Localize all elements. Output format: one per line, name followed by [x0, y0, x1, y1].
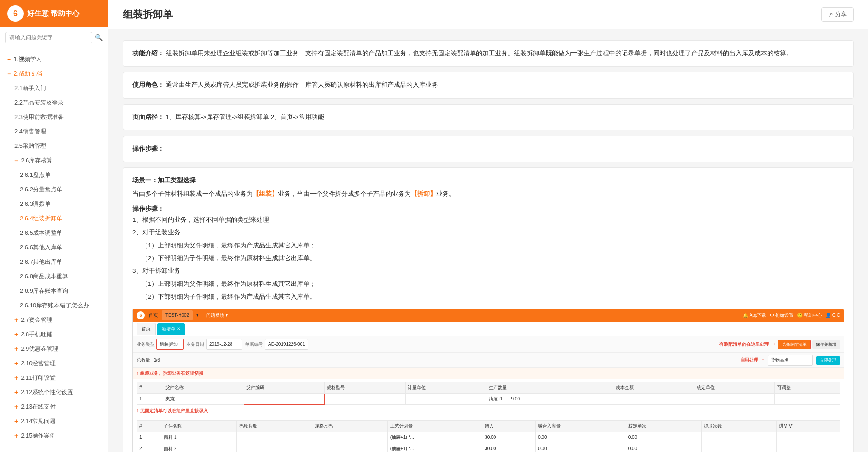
mock-logo-icon: 6: [137, 311, 145, 319]
mock-nav-home: 首页: [148, 311, 158, 320]
sidebar-item-data-prep[interactable]: 2.3使用前数据准备: [0, 110, 108, 124]
step1: 1、根据不同的业务，选择不同单据的类型来处理: [132, 214, 844, 225]
sidebar-item-cost-recalc[interactable]: 2.6.8商品成本重算: [0, 269, 108, 284]
mock-toolbar: 业务类型 组装拆卸 业务日期 2019-12-28 单据编号 AD-201912…: [133, 336, 844, 353]
nav-label: 2.6.3调拨单: [20, 200, 51, 208]
role-label: 使用角色：: [132, 81, 164, 88]
scene1-desc: 当由多个子件材料组装成一个成品的业务为【组装】业务，当由一个父件拆分成多个子产品…: [132, 189, 844, 200]
annotation1-arrow: →: [771, 339, 776, 349]
mock-date-input[interactable]: 2019-12-28: [206, 339, 242, 350]
mock-parent-table-section: # 父件名称 父件编码 规格型号 计量单位 生产数量 成本金额 核定单位 可调整: [133, 379, 844, 418]
sidebar-item-sales[interactable]: 2.4销售管理: [0, 124, 108, 139]
collapse-icon: −: [14, 157, 18, 164]
sidebar-item-partial-stocktake[interactable]: 2.6.2分量盘点单: [0, 182, 108, 197]
nav-label: 2.6.9库存账本查询: [20, 287, 68, 295]
search-button[interactable]: 🔍: [95, 34, 103, 41]
sidebar-item-print[interactable]: + 2.11打印设置: [0, 371, 108, 385]
content-area: 功能介绍： 组装拆卸单用来处理企业组装或拆卸等加工业务，支持有固定装配清单的产品…: [108, 29, 868, 452]
collapse-icon: −: [7, 70, 11, 77]
mock-topbar-right: 🔔 App下载 ⚙ 初始设置 🙂 帮助中心 👤 C.C: [743, 311, 840, 319]
mock-type-label: 业务类型: [137, 340, 155, 348]
sidebar-item-coupon[interactable]: + 2.9优惠券管理: [0, 342, 108, 356]
nav-label: 2.帮助文档: [14, 70, 42, 78]
mock-child-table-section: # 子件名称 码数片数 规格尺码 工艺计划量 调入 域合入库量 核定单次 抓取次…: [133, 418, 844, 452]
sidebar: 6 好生意 帮助中心 🔍 + 1.视频学习 − 2.帮助文档 2.1新手入门 2…: [0, 0, 108, 452]
sidebar-item-mobile[interactable]: + 2.8手机旺铺: [0, 327, 108, 342]
expand-icon: +: [14, 432, 18, 439]
mock-topbar: 6 首页 TEST-H002 ▾ 问题反馈 ▾ 🔔 App下载 ⚙ 初始设置 🙂…: [133, 309, 844, 322]
sidebar-item-finance[interactable]: + 2.7资金管理: [0, 313, 108, 327]
sidebar-item-assembly[interactable]: 2.6.4组装拆卸单: [0, 211, 108, 226]
share-label: 分享: [835, 10, 847, 19]
share-button[interactable]: ↗ 分享: [821, 7, 854, 22]
func-intro-card: 功能介绍： 组装拆卸单用来处理企业组装或拆卸等加工业务，支持有固定装配清单的产品…: [123, 40, 854, 67]
th-unit: 计量单位: [406, 382, 486, 394]
sidebar-header: 6 好生意 帮助中心: [0, 0, 108, 27]
sidebar-item-help-docs[interactable]: − 2.帮助文档: [0, 67, 108, 81]
sidebar-item-stock-ledger[interactable]: 2.6.9库存账本查询: [0, 284, 108, 298]
search-input[interactable]: [5, 32, 92, 43]
mock-parent-table: # 父件名称 父件编码 规格型号 计量单位 生产数量 成本金额 核定单位 可调整: [137, 382, 840, 405]
op-steps-label: 操作步骤：: [132, 204, 844, 214]
steps-card: 操作步骤：: [123, 136, 854, 162]
sidebar-item-video[interactable]: + 1.视频学习: [0, 52, 108, 67]
mock-create-btn: 问题反馈 ▾: [203, 310, 231, 320]
th-cost: 成本金额: [613, 382, 694, 394]
sidebar-item-stocktake[interactable]: 2.6.1盘点单: [0, 168, 108, 182]
sidebar-item-other-in[interactable]: 2.6.6其他入库单: [0, 240, 108, 255]
expand-icon: +: [7, 56, 11, 63]
nav-label: 2.7资金管理: [21, 316, 52, 324]
nav-label: 2.11打印设置: [21, 374, 56, 382]
th-parent-name: 父件名称: [163, 382, 244, 394]
mock-number-input[interactable]: AD-20191226-001: [265, 339, 308, 350]
mock-tabs-bar: 首页 新增单 ✕: [133, 322, 844, 336]
sidebar-item-faq[interactable]: + 2.14常见问题: [0, 414, 108, 428]
scene1-text: 当由多个子件材料组装成一个成品的业务为: [132, 190, 253, 197]
annotation4-arrow: ↑: [137, 408, 140, 413]
step2-1: （1）上部明细为父件明细，最终作为产成品生成其它入库单；: [132, 240, 844, 251]
mock-type-input[interactable]: 组装拆卸: [156, 339, 184, 350]
mock-save-btn[interactable]: 保存并新增: [812, 340, 840, 349]
mock-count-val: 1/6: [154, 356, 160, 364]
mock-tab-home[interactable]: 首页: [137, 323, 156, 335]
nav-label: 2.6.8商品成本重算: [20, 272, 68, 281]
mock-field-type: 业务类型 组装拆卸: [137, 339, 184, 350]
sidebar-item-inventory[interactable]: − 2.6库存核算: [0, 153, 108, 168]
mock-confirm-btn[interactable]: 立即处理: [816, 356, 840, 365]
mock-tab-new[interactable]: 新增单 ✕: [157, 323, 185, 335]
mock-child-table-header: # 子件名称 码数片数 规格尺码 工艺计划量 调入 域合入库量 核定单次 抓取次…: [137, 421, 840, 432]
nav-label: 2.6.1盘点单: [20, 171, 51, 179]
path-card: 页面路径： 1、库存核算->库存管理->组装拆卸单 2、首页->常用功能: [123, 104, 854, 130]
annotation1-text: 有装配清单的在这里处理: [719, 340, 769, 348]
sidebar-item-transfer[interactable]: 2.6.3调拨单: [0, 197, 108, 211]
sidebar-item-mgmt[interactable]: + 2.10经营管理: [0, 356, 108, 371]
expand-icon: +: [14, 360, 18, 367]
nav-label: 2.8手机旺铺: [21, 330, 52, 338]
mock-select-btn[interactable]: 选择装配清单: [778, 340, 811, 349]
sidebar-item-cost-adj[interactable]: 2.6.5成本调整单: [0, 226, 108, 240]
sidebar-item-install[interactable]: 2.2产品安装及登录: [0, 95, 108, 110]
sidebar-item-personalize[interactable]: + 2.12系统个性化设置: [0, 385, 108, 400]
main-content: 组装拆卸单 ↗ 分享 功能介绍： 组装拆卸单用来处理企业组装或拆卸等加工业务，支…: [108, 0, 868, 452]
mock-date-label: 业务日期: [186, 340, 204, 348]
mock-sub-toolbar: 总数量 1/6 启用处理 ↑ 货物品名 立即处理: [133, 353, 844, 368]
role-text: 使用角色： 通常由生产人员或库管人员完成拆装业务的操作，库管人员确认原材料的出库…: [132, 80, 844, 90]
sidebar-item-purchase[interactable]: 2.5采购管理: [0, 139, 108, 153]
sidebar-item-online-pay[interactable]: + 2.13在线支付: [0, 400, 108, 414]
mock-child-row-1: 1 面料 1 (抽屉+1) *... 30.00 0.00 0.00: [137, 432, 840, 443]
expand-icon: +: [14, 345, 18, 352]
sidebar-item-newbie[interactable]: 2.1新手入门: [0, 81, 108, 95]
nav-label: 2.2产品安装及登录: [14, 99, 64, 107]
brand-title: 好生意 帮助中心: [27, 9, 80, 19]
sidebar-item-ledger-fix[interactable]: 2.6.10库存账本错了怎么办: [0, 298, 108, 313]
annotation3-text: 组装业务、拆卸业务在这里切换: [140, 371, 203, 376]
logo-icon: 6: [7, 5, 24, 22]
steps-label: 操作步骤：: [132, 143, 844, 154]
sidebar-item-cases[interactable]: + 2.15操作案例: [0, 428, 108, 443]
annotation3-row: ↑ 组装业务、拆卸业务在这里切换: [133, 368, 844, 379]
sidebar-item-other-out[interactable]: 2.6.7其他出库单: [0, 255, 108, 269]
mock-search-input[interactable]: 货物品名: [768, 355, 813, 366]
share-icon: ↗: [828, 11, 833, 18]
step2: 2、对于组装业务: [132, 227, 844, 238]
nav-label: 2.10经营管理: [21, 359, 56, 367]
